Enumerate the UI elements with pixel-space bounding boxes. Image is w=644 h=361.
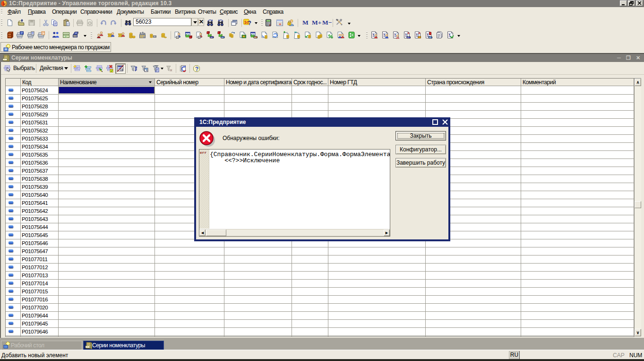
- svg-text:?: ?: [195, 66, 198, 72]
- svg-text:Σ: Σ: [394, 33, 397, 37]
- svg-text:$: $: [66, 35, 67, 38]
- svg-text:?: ?: [248, 20, 251, 26]
- svg-text:С: С: [4, 2, 7, 6]
